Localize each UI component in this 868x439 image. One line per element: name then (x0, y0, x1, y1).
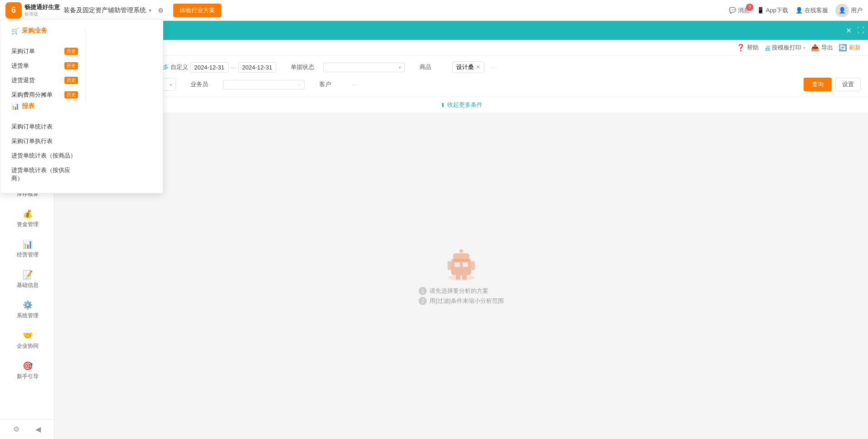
goods-filter-tag: 设计桑 ✕ (452, 61, 484, 73)
purchase-order-stats-item[interactable]: 采购订单统计表 (54, 119, 78, 134)
purchase-order-history-badge: 历史 (64, 48, 78, 55)
sidebar-item-system[interactable]: ⚙️ 系统管理 (0, 295, 54, 325)
collapse-up-icon: ⬆ (440, 102, 445, 109)
empty-state: 1 请先选择要分析的方案 2 用[过滤]条件来缩小分析范围 (54, 113, 868, 439)
empty-text: 1 请先选择要分析的方案 2 用[过滤]条件来缩小分析范围 (419, 287, 503, 307)
incoming-stats-supplier-item[interactable]: 进货单统计表（按供应商） (54, 163, 78, 186)
sidebar-item-newbie[interactable]: 🎯 新手引导 (0, 355, 54, 386)
header-settings-icon[interactable]: ⚙ (154, 4, 167, 17)
message-icon: 💬 (729, 7, 736, 14)
svg-rect-5 (471, 261, 475, 270)
status-select-arrow: ▾ (399, 65, 401, 70)
empty-illustration (439, 245, 484, 281)
purchase-business-title: 🛒 采购业务 (54, 27, 78, 39)
status-label: 单据状态 (291, 63, 318, 71)
basic-icon: 📝 (23, 270, 33, 280)
purchase-order-exec-item[interactable]: 采购订单执行表 (54, 134, 78, 148)
app-download-btn[interactable]: 📱 App下载 (757, 6, 788, 15)
main-layout: 🔍 搜索菜单 🏠 快捷导航 📢 营销推广 📋 销售管理 🛒 采购管理 📦 库存核… (0, 21, 868, 439)
incoming-return-history-badge: 历史 (64, 77, 78, 84)
operation-icon: 📊 (23, 239, 33, 249)
toolbar-row: ❓ 帮助 🖨 按模板打印 ▾ 📤 导出 🔄 刷新 (54, 40, 868, 56)
export-icon: 📤 (811, 44, 819, 52)
sidebar-item-enterprise[interactable]: 🤝 企业协同 (0, 325, 54, 355)
purchase-dropdown-menu: 🛒 采购业务 采购订单 历史 进货单 历史 进货退货 历史 采购费用分摊单 (54, 21, 163, 193)
svg-rect-8 (453, 253, 469, 261)
svg-rect-3 (463, 262, 468, 267)
tab-bar: 首页 销售排行榜 ✕ ✕ ⛶ (54, 21, 868, 40)
tab-close-window-icon[interactable]: ✕ (846, 26, 852, 35)
help-btn[interactable]: ❓ 帮助 (736, 44, 759, 52)
system-title: 装备及固定资产辅助管理系统 ▾ ⚙ 体验行业方案 (63, 4, 729, 17)
message-btn[interactable]: 💬 消息 9 (729, 6, 750, 15)
online-service-btn[interactable]: 👤 在线客服 (795, 6, 828, 15)
header-right: 💬 消息 9 📱 App下载 👤 在线客服 👤 用户 (729, 4, 863, 17)
logo-main-text: 畅捷通好生意 (24, 4, 60, 11)
goods-more-dots[interactable]: ··· (490, 64, 497, 71)
purchase-fee-item[interactable]: 采购费用分摊单 历史 (54, 88, 78, 102)
customer-label: 客户 (319, 80, 346, 89)
purchase-order-item[interactable]: 采购订单 历史 (54, 44, 78, 59)
date-custom-link[interactable]: 自定义 (171, 63, 188, 71)
salesman-select[interactable]: ··· (223, 80, 305, 89)
filter-row-2: 排名项目 金额 ▾ 业务员 ··· 客户 ··· (62, 78, 861, 91)
logo-icon: 6 (5, 2, 22, 19)
collapse-bar[interactable]: ⬆ 收起更多条件 (54, 97, 868, 113)
title-dropdown-arrow[interactable]: ▾ (149, 7, 151, 14)
query-btn[interactable]: 查询 (804, 78, 832, 91)
customer-more-dots[interactable]: ··· (352, 81, 360, 88)
rank-select-arrow: ▾ (170, 82, 172, 87)
service-icon: 👤 (795, 7, 803, 14)
inner-content: ❓ 帮助 🖨 按模板打印 ▾ 📤 导出 🔄 刷新 (54, 40, 868, 439)
tab-bar-right: ✕ ⛶ (846, 26, 864, 35)
logo-sub-text: 标准版 (24, 11, 60, 17)
finance-icon: 💰 (23, 209, 33, 219)
date-to-input[interactable]: 2024-12-31 (238, 62, 277, 73)
svg-rect-2 (454, 262, 460, 267)
goods-label: 商品 (419, 63, 447, 71)
sidebar-bottom: ⚙ ◀ (0, 419, 54, 439)
print-icon: 🖨 (764, 44, 771, 52)
incoming-stats-goods-item[interactable]: 进货单统计表（按商品） (54, 148, 78, 163)
phone-icon: 📱 (757, 7, 764, 14)
purchase-business-section: 🛒 采购业务 采购订单 历史 进货单 历史 进货退货 历史 采购费用分摊单 (54, 27, 82, 102)
filter-row-1: 日期 今天 昨天 7天 更多 自定义 2024-12-31 — 2024-12-… (62, 61, 861, 73)
incoming-order-item[interactable]: 进货单 历史 (54, 59, 78, 73)
sidebar-settings-btn[interactable]: ⚙ (13, 425, 20, 434)
export-btn[interactable]: 📤 导出 (811, 44, 833, 52)
filter-settings-btn[interactable]: 设置 (835, 78, 861, 91)
print-btn[interactable]: 🖨 按模板打印 ▾ (764, 44, 805, 52)
sidebar-item-finance[interactable]: 💰 资金管理 (0, 203, 54, 234)
svg-rect-7 (462, 275, 467, 280)
sidebar-item-operation[interactable]: 📊 经营管理 (0, 234, 54, 264)
logo-area: 6 畅捷通好生意 标准版 (5, 2, 60, 19)
refresh-btn[interactable]: 🔄 刷新 (839, 44, 861, 52)
incoming-order-history-badge: 历史 (64, 62, 78, 69)
system-icon: ⚙️ (23, 300, 33, 310)
print-dropdown-arrow[interactable]: ▾ (803, 45, 805, 50)
date-from-input[interactable]: 2024-12-31 (190, 62, 229, 73)
incoming-return-item[interactable]: 进货退货 历史 (54, 73, 78, 88)
user-btn[interactable]: 👤 用户 (835, 4, 863, 17)
logo-text: 畅捷通好生意 标准版 (24, 4, 60, 17)
purchase-fee-history-badge: 历史 (64, 91, 78, 99)
filter-area: 日期 今天 昨天 7天 更多 自定义 2024-12-31 — 2024-12-… (54, 56, 868, 97)
svg-point-9 (459, 249, 463, 253)
svg-rect-4 (448, 261, 451, 270)
svg-rect-6 (456, 275, 460, 280)
industry-btn[interactable]: 体验行业方案 (173, 4, 221, 17)
content-area: 首页 销售排行榜 ✕ ✕ ⛶ ❓ 帮助 🖨 按模板打印 (54, 21, 868, 439)
newbie-icon: 🎯 (23, 361, 33, 371)
purchase-report-section: 📊 报表 采购订单统计表 采购订单执行表 进货单统计表（按商品） 进货单统计表（… (54, 102, 82, 186)
message-badge: 9 (746, 4, 753, 11)
svg-point-0 (448, 275, 475, 281)
status-select[interactable]: ▾ (323, 63, 405, 72)
salesman-select-arrow: ··· (297, 82, 301, 87)
top-header: 6 畅捷通好生意 标准版 装备及固定资产辅助管理系统 ▾ ⚙ 体验行业方案 💬 … (0, 0, 868, 21)
goods-tag-close[interactable]: ✕ (476, 64, 480, 70)
menu-divider (85, 27, 86, 102)
tab-maximize-icon[interactable]: ⛶ (857, 26, 864, 35)
sidebar-item-basic[interactable]: 📝 基础信息 (0, 264, 54, 295)
sidebar-collapse-btn[interactable]: ◀ (35, 425, 41, 434)
help-icon: ❓ (736, 44, 745, 52)
